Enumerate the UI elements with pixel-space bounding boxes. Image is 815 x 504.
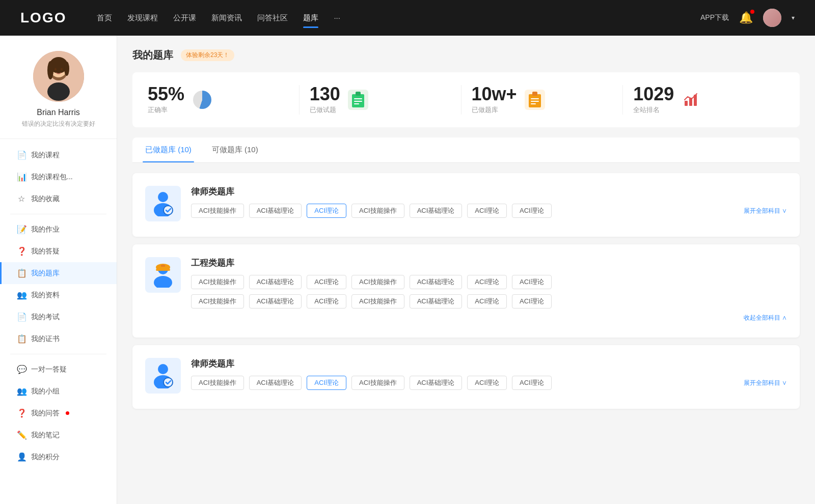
nav-questionbank[interactable]: 题库 (303, 11, 318, 25)
tag-2-8[interactable]: ACI技能操作 (191, 294, 244, 309)
svg-rect-15 (532, 92, 537, 96)
tag-2-9[interactable]: ACI基础理论 (249, 294, 302, 309)
nav-open-course[interactable]: 公开课 (173, 11, 196, 25)
qbank-card-header-3: 律师类题库 ACI技能操作 ACI基础理论 ACI理论 ACI技能操作 ACI基… (145, 358, 787, 394)
bar-chart-red-icon (684, 92, 700, 108)
tab-done-banks[interactable]: 已做题库 (10) (143, 137, 194, 162)
groups-icon: 👥 (17, 386, 26, 396)
svg-point-6 (64, 62, 69, 76)
materials-icon: 👥 (17, 290, 26, 300)
tag-1-3-active[interactable]: ACI理论 (307, 204, 346, 218)
exams-icon: 📄 (17, 312, 26, 322)
qbank-card-header-2: 工程类题库 ACI技能操作 ACI基础理论 ACI理论 ACI技能操作 ACI基… (145, 257, 787, 322)
svg-point-8 (61, 68, 63, 71)
questionbank-label: 我的题库 (31, 269, 60, 278)
stat-done-questions-icon (348, 90, 368, 110)
course-packages-label: 我的课程包... (31, 173, 73, 182)
tag-3-4[interactable]: ACI技能操作 (351, 376, 404, 390)
stat-rank-label: 全站排名 (633, 105, 674, 115)
stat-done-questions: 130 已做试题 (300, 85, 461, 115)
tab-available-banks[interactable]: 可做题库 (10) (209, 137, 261, 162)
page-wrapper: Brian Harris 错误的决定比没有决定要好 📄 我的课程 📊 我的课程包… (0, 36, 815, 504)
sidebar-item-questions[interactable]: ❓ 我的问答 (0, 402, 117, 424)
qbank-card-lawyer-2: 律师类题库 ACI技能操作 ACI基础理论 ACI理论 ACI技能操作 ACI基… (132, 345, 800, 409)
nav-home[interactable]: 首页 (97, 11, 112, 25)
tag-3-5[interactable]: ACI基础理论 (410, 376, 463, 390)
svg-rect-19 (685, 101, 688, 106)
tag-2-5[interactable]: ACI基础理论 (410, 275, 463, 289)
nav-discover[interactable]: 发现课程 (127, 11, 158, 25)
sidebar-item-homework[interactable]: 📝 我的作业 (0, 218, 117, 240)
expand-btn-3[interactable]: 展开全部科目 ∨ (744, 379, 787, 387)
tag-2-1[interactable]: ACI技能操作 (191, 275, 244, 289)
sidebar-item-course-packages[interactable]: 📊 我的课程包... (0, 166, 117, 188)
tag-2-14[interactable]: ACI理论 (512, 294, 552, 309)
tag-3-7[interactable]: ACI理论 (512, 376, 552, 390)
expand-btn-1[interactable]: 展开全部科目 ∨ (744, 207, 787, 215)
tag-2-12[interactable]: ACI基础理论 (410, 294, 463, 309)
tag-3-2[interactable]: ACI基础理论 (249, 376, 302, 390)
tag-2-6[interactable]: ACI理论 (467, 275, 507, 289)
svg-point-25 (164, 206, 172, 214)
course-packages-icon: 📊 (17, 172, 26, 182)
app-download-btn[interactable]: APP下载 (700, 13, 729, 22)
tag-1-2[interactable]: ACI基础理论 (249, 204, 302, 218)
tag-2-13[interactable]: ACI理论 (467, 294, 507, 309)
sidebar-item-qa-me[interactable]: ❓ 我的答疑 (0, 240, 117, 262)
sidebar-item-notes[interactable]: ✏️ 我的笔记 (0, 424, 117, 446)
tag-1-7[interactable]: ACI理论 (512, 204, 552, 218)
lawyer-icon-wrap-1 (145, 186, 181, 221)
tag-1-1[interactable]: ACI技能操作 (191, 204, 244, 218)
tag-1-6[interactable]: ACI理论 (467, 204, 507, 218)
certificates-icon: 📋 (17, 334, 26, 344)
qbank-card-engineer: 工程类题库 ACI技能操作 ACI基础理论 ACI理论 ACI技能操作 ACI基… (132, 244, 800, 338)
tag-3-6[interactable]: ACI理论 (467, 376, 507, 390)
nav-news[interactable]: 新闻资讯 (211, 11, 242, 25)
exams-label: 我的考试 (31, 313, 60, 322)
materials-label: 我的资料 (31, 291, 60, 300)
tag-2-3[interactable]: ACI理论 (307, 275, 346, 289)
sidebar-item-courses[interactable]: 📄 我的课程 (0, 144, 117, 166)
nav-qa[interactable]: 问答社区 (257, 11, 288, 25)
groups-label: 我的小组 (31, 387, 60, 396)
tag-1-4[interactable]: ACI技能操作 (351, 204, 404, 218)
stat-accuracy-label: 正确率 (148, 105, 184, 115)
avatar-image (763, 9, 781, 27)
qbank-tags-3: ACI技能操作 ACI基础理论 ACI理论 ACI技能操作 ACI基础理论 AC… (191, 376, 787, 390)
sidebar-item-exams[interactable]: 📄 我的考试 (0, 306, 117, 328)
sidebar-item-1on1-qa[interactable]: 💬 一对一答疑 (0, 358, 117, 380)
sidebar-profile: Brian Harris 错误的决定比没有决定要好 (0, 51, 117, 139)
avatar-dropdown-arrow[interactable]: ▾ (792, 14, 795, 21)
courses-label: 我的课程 (31, 151, 60, 160)
sidebar-item-materials[interactable]: 👥 我的资料 (0, 284, 117, 306)
user-avatar[interactable] (763, 9, 781, 27)
stat-rank-number: 1029 (633, 85, 674, 103)
tag-2-2[interactable]: ACI基础理论 (249, 275, 302, 289)
svg-rect-13 (354, 103, 359, 104)
sidebar-item-certificates[interactable]: 📋 我的证书 (0, 328, 117, 350)
logo[interactable]: LOGO (20, 10, 66, 26)
sidebar-username: Brian Harris (37, 108, 79, 117)
lawyer-person-icon-1 (152, 191, 174, 216)
notification-bell[interactable]: 🔔 (739, 11, 753, 24)
svg-rect-10 (356, 92, 361, 96)
collapse-btn-2[interactable]: 收起全部科目 ∧ (191, 314, 787, 322)
tag-2-7[interactable]: ACI理论 (512, 275, 552, 289)
sidebar-item-points[interactable]: 👤 我的积分 (0, 446, 117, 468)
tag-2-10[interactable]: ACI理论 (307, 294, 346, 309)
svg-point-3 (47, 82, 70, 101)
nav-more[interactable]: ··· (334, 11, 340, 25)
tag-2-11[interactable]: ACI技能操作 (351, 294, 404, 309)
tag-3-1[interactable]: ACI技能操作 (191, 376, 244, 390)
sidebar-item-groups[interactable]: 👥 我的小组 (0, 380, 117, 402)
svg-rect-11 (354, 98, 362, 99)
homework-label: 我的作业 (31, 225, 60, 234)
favorites-label: 我的收藏 (31, 194, 60, 204)
sidebar-item-favorites[interactable]: ☆ 我的收藏 (0, 188, 117, 210)
svg-point-27 (154, 276, 172, 288)
stat-done-questions-number: 130 (310, 85, 340, 103)
tag-2-4[interactable]: ACI技能操作 (351, 275, 404, 289)
tag-1-5[interactable]: ACI基础理论 (410, 204, 463, 218)
tag-3-3-active[interactable]: ACI理论 (307, 376, 346, 390)
sidebar-item-questionbank[interactable]: 📋 我的题库 (0, 262, 117, 284)
